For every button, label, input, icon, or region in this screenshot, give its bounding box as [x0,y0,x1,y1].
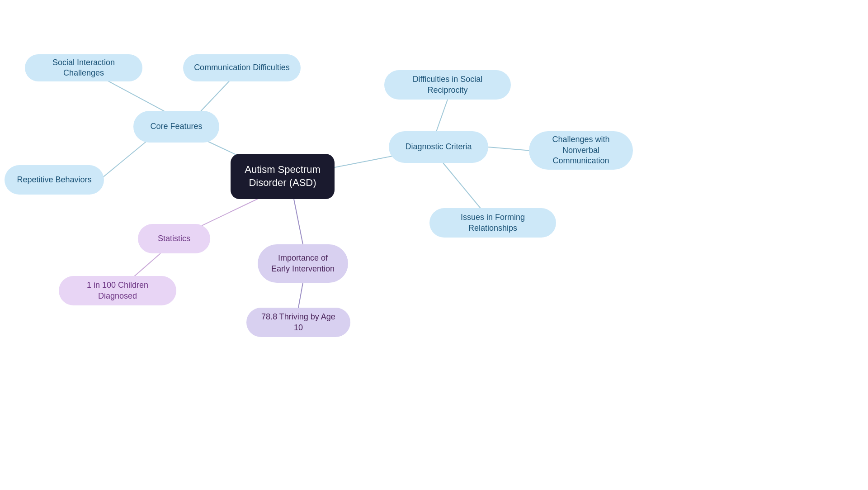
svg-line-6 [488,147,531,151]
statistics-node[interactable]: Statistics [138,224,210,253]
diagnostic-criteria-node[interactable]: Diagnostic Criteria [389,131,488,163]
children-diagnosed-node[interactable]: 1 in 100 Children Diagnosed [59,276,176,305]
social-interaction-node[interactable]: Social Interaction Challenges [25,54,142,81]
center-node[interactable]: Autism Spectrum Disorder (ASD) [231,154,335,199]
core-features-node[interactable]: Core Features [133,111,219,143]
communication-node[interactable]: Communication Difficulties [183,54,301,81]
social-reciprocity-node[interactable]: Difficulties in Social Reciprocity [384,70,511,100]
early-intervention-node[interactable]: Importance of Early Intervention [258,244,348,283]
svg-line-11 [298,283,303,308]
thriving-node[interactable]: 78.8 Thriving by Age 10 [246,308,350,337]
nonverbal-node[interactable]: Challenges with Nonverbal Communication [529,131,633,170]
repetitive-behaviors-node[interactable]: Repetitive Behaviors [5,165,104,195]
relationships-node[interactable]: Issues in Forming Relationships [429,208,556,238]
svg-line-10 [294,199,303,244]
mind-map: Autism Spectrum Disorder (ASD) Core Feat… [0,0,868,490]
